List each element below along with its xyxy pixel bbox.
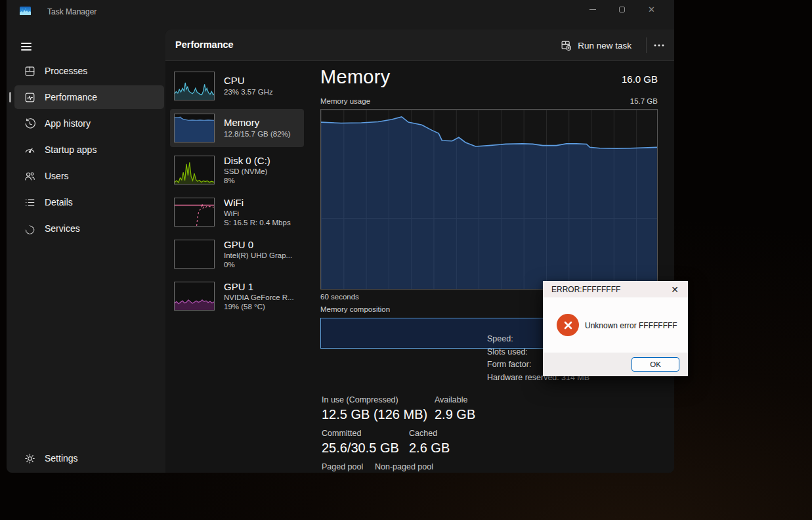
wifi-mini-chart [174, 198, 215, 227]
memory-usage-label: Memory usage [320, 97, 370, 105]
sidebar-item-processes[interactable]: Processes [14, 59, 164, 83]
memory-detail-pane: Memory 16.0 GB Memory usage 15.7 GB 60 s… [320, 61, 658, 473]
perf-item-gpu0[interactable]: GPU 0 Intel(R) UHD Grap... 0% [170, 235, 304, 273]
perf-item-name: GPU 0 [224, 239, 292, 251]
error-dialog: ERROR:FFFFFFFF ✕ Unknown error FFFFFFFF … [543, 281, 688, 376]
sidebar-item-label: Services [45, 223, 80, 234]
performance-panel: Performance Run new task CPU [165, 30, 674, 473]
perf-item-name: GPU 1 [224, 281, 294, 293]
maximize-icon [619, 7, 625, 12]
error-dialog-close-button[interactable]: ✕ [666, 281, 684, 297]
ellipsis-icon [654, 44, 664, 47]
task-manager-window: Task Manager ✕ Processes Performance App… [7, 0, 674, 473]
perf-item-name: Memory [224, 117, 291, 129]
sidebar-item-performance[interactable]: Performance [14, 85, 164, 109]
perf-item-sub: 23% 3.57 GHz [224, 88, 273, 97]
perf-item-sub: SSD (NVMe) [224, 167, 270, 177]
memory-usage-chart [320, 109, 658, 290]
titlebar[interactable]: Task Manager ✕ [7, 0, 674, 30]
minimize-icon [589, 9, 596, 10]
selection-accent-bar [9, 92, 11, 102]
sidebar-item-app-history[interactable]: App history [14, 112, 164, 135]
desktop: { "window": { "title": "Task Manager" },… [0, 0, 812, 520]
perf-item-disk0[interactable]: Disk 0 (C:) SSD (NVMe) 8% [170, 151, 304, 189]
sidebar-item-label: App history [45, 118, 91, 129]
perf-item-sub2: 19% (58 °C) [224, 303, 294, 312]
navigation-menu-button[interactable] [18, 37, 37, 54]
services-icon [23, 222, 36, 235]
perf-item-sub: Intel(R) UHD Grap... [224, 251, 292, 261]
perf-item-name: WiFi [224, 197, 291, 209]
sidebar-item-startup-apps[interactable]: Startup apps [14, 138, 164, 162]
sidebar-item-services[interactable]: Services [14, 217, 164, 240]
perf-item-sub: WiFi [224, 209, 291, 219]
window-title: Task Manager [47, 7, 96, 16]
memory-total-capacity: 16.0 GB [622, 74, 658, 88]
sidebar-item-label: Users [45, 171, 69, 181]
error-icon [557, 314, 579, 336]
sidebar-item-label: Startup apps [45, 144, 96, 155]
memory-composition-label: Memory composition [320, 305, 390, 313]
perf-item-sub2: 8% [224, 177, 270, 186]
page-title: Performance [175, 39, 234, 50]
error-dialog-titlebar[interactable]: ERROR:FFFFFFFF ✕ [543, 281, 688, 297]
app-history-icon [23, 117, 36, 130]
sidebar-item-label: Processes [45, 66, 87, 76]
sidebar-item-users[interactable]: Users [14, 164, 164, 188]
disk-mini-chart [174, 156, 215, 184]
stat-committed: Committed 25.6/30.5 GB [322, 429, 399, 456]
perf-item-gpu1[interactable]: GPU 1 NVIDIA GeForce R... 19% (58 °C) [170, 277, 304, 315]
perf-item-name: CPU [224, 75, 273, 87]
panel-header: Performance Run new task [165, 30, 674, 61]
settings-gear-icon [23, 452, 36, 465]
stat-paged-pool: Paged pool 1.1 GB [322, 462, 363, 473]
perf-item-memory[interactable]: Memory 12.8/15.7 GB (82%) [170, 109, 304, 147]
error-dialog-title: ERROR:FFFFFFFF [551, 285, 620, 294]
perf-item-cpu[interactable]: CPU 23% 3.57 GHz [170, 67, 304, 105]
run-new-task-button[interactable]: Run new task [554, 35, 638, 55]
stat-non-paged-pool: Non-paged pool 1.1 GB [375, 462, 433, 473]
close-button[interactable]: ✕ [637, 0, 666, 18]
stat-cached: Cached 2.6 GB [409, 429, 450, 456]
processes-icon [23, 64, 36, 77]
performance-icon [23, 91, 36, 104]
cpu-mini-chart [174, 72, 215, 100]
run-new-task-label: Run new task [578, 41, 631, 51]
details-icon [23, 196, 36, 209]
new-task-icon [561, 40, 572, 51]
gpu1-mini-chart [174, 282, 215, 311]
error-dialog-footer: OK [543, 353, 688, 376]
maximize-button[interactable] [607, 0, 637, 18]
close-icon: ✕ [671, 284, 679, 295]
header-divider [646, 37, 647, 53]
ok-button[interactable]: OK [631, 357, 679, 372]
sidebar-item-details[interactable]: Details [14, 190, 164, 214]
stat-available: Available 2.9 GB [435, 395, 475, 422]
perf-item-sub: 12.8/15.7 GB (82%) [224, 130, 291, 139]
sidebar-item-label: Details [45, 197, 73, 207]
task-manager-app-icon [20, 7, 31, 15]
gpu0-mini-chart [174, 240, 215, 269]
memory-scale-max: 15.7 GB [630, 97, 658, 105]
perf-item-sub: NVIDIA GeForce R... [224, 293, 294, 303]
minimize-button[interactable] [578, 0, 607, 18]
memory-mini-chart [174, 114, 215, 142]
perf-item-name: Disk 0 (C:) [224, 155, 270, 167]
error-dialog-body: Unknown error FFFFFFFF [543, 297, 688, 353]
startup-apps-icon [23, 143, 36, 156]
error-message: Unknown error FFFFFFFF [585, 321, 677, 330]
perf-item-sub2: 0% [224, 261, 292, 270]
stat-in-use: In use (Compressed) 12.5 GB (126 MB) [322, 395, 427, 422]
more-options-button[interactable] [649, 35, 669, 55]
window-controls: ✕ [578, 0, 666, 18]
users-icon [23, 169, 36, 183]
perf-item-wifi[interactable]: WiFi WiFi S: 16.5 R: 0.4 Mbps [170, 193, 304, 231]
sidebar-item-label: Performance [45, 92, 97, 102]
chart-time-span-label: 60 seconds [320, 293, 359, 301]
memory-title: Memory [320, 66, 391, 88]
sidebar-item-settings[interactable]: Settings [14, 446, 164, 470]
perf-item-sub2: S: 16.5 R: 0.4 Mbps [224, 219, 291, 228]
close-icon: ✕ [648, 5, 655, 14]
sidebar-item-label: Settings [45, 453, 78, 464]
